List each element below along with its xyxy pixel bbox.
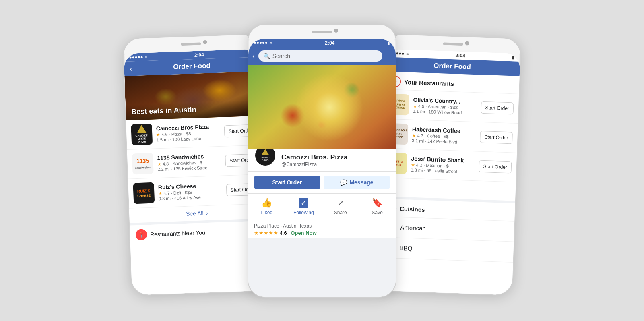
dot3 <box>135 56 137 58</box>
share-action[interactable]: ↗ Share <box>322 194 359 219</box>
following-label: Following <box>293 210 314 215</box>
phone-right: ≈ 2:04 ▮ ‹ Order Food ♥ Your Restaurants <box>376 33 522 296</box>
rating-value: 4.6 <box>280 230 287 236</box>
camozzi-distance: 1.5 mi <box>157 137 169 142</box>
nearby-text: Restaurants Near You <box>150 229 205 238</box>
distance-haberdash: 3.1 mi <box>412 138 424 143</box>
camozzi-rating: 4.6 <box>161 132 168 137</box>
camozzi-stars: ★ <box>156 132 160 137</box>
restaurant-list-left: CAMOZZIBROSPIZZA Camozzi Bros Pizza ★ 4.… <box>126 116 268 296</box>
following-action[interactable]: ✓ Following <box>285 194 322 219</box>
dot5 <box>140 56 142 58</box>
nav-title-left: Order Food <box>173 62 211 71</box>
signal-dots-center: ≈ <box>254 41 272 45</box>
share-icon: ↗ <box>337 198 344 208</box>
restaurant-item-joss: BURRITOSHACK Joss' Burrito Shack ★ 4.2 ·… <box>381 148 517 182</box>
profile-handle: @CamozziPizza <box>281 162 347 167</box>
dot2 <box>132 56 134 58</box>
more-button-center[interactable]: ··· <box>386 52 392 60</box>
status-right-right: ▮ <box>512 55 514 59</box>
stars-ruizs: ★ <box>158 191 162 195</box>
liked-action[interactable]: 👍 Liked <box>248 194 285 219</box>
bbq-label: BBQ <box>399 244 412 251</box>
info-haberdash: Haberdash Coffee ★ 4.7 · Coffee · $$ 3.1… <box>412 126 476 145</box>
back-button-center[interactable]: ‹ <box>252 51 255 60</box>
phone-inner-right: ≈ 2:04 ▮ ‹ Order Food ♥ Your Restaurants <box>376 49 520 296</box>
start-order-olivias[interactable]: Start Order <box>481 101 514 114</box>
search-nav-center: ‹ 🔍 Search ··· <box>248 47 396 65</box>
start-order-center[interactable]: Start Order <box>254 176 320 189</box>
phone-top-bar-center <box>248 25 396 39</box>
price-1135: $ <box>200 160 203 165</box>
info-ruizs: Ruiz's Cheese ★ 4.7 · Deli · $$$ 0.8 mi … <box>158 182 223 201</box>
rating-1135: 4.8 <box>163 161 169 166</box>
screen-right: ♥ Your Restaurants OLIVIA'SCOUNTRYCOOKIN… <box>376 71 520 296</box>
rating-joss: 4.2 <box>416 162 423 168</box>
dot1 <box>130 56 132 58</box>
rating-haberdash: 4.7 <box>417 133 423 138</box>
restaurant-item-olivias: OLIVIA'SCOUNTRYCOOKING Olivia's Country.… <box>383 89 519 124</box>
price-joss: $ <box>446 163 449 168</box>
search-placeholder-center: Search <box>272 53 290 59</box>
start-order-haberdash[interactable]: Start Order <box>480 130 513 144</box>
info-olivias: Olivia's Country... ★ 4.9 · American · $… <box>413 96 477 116</box>
info-1135: 1135 Sandwiches ★ 4.8 · Sandwiches · $ 2… <box>157 152 221 172</box>
phone-inner-left: ≈ 2:04 ▮ ‹ Order Food Best eats in Austi… <box>124 49 268 296</box>
price-ruizs: $$$ <box>185 190 192 195</box>
rating-olivias: 4.9 <box>418 104 425 109</box>
message-center[interactable]: 💬 Message <box>324 176 390 189</box>
category-joss: Mexican <box>426 163 442 168</box>
distance-joss: 1.8 mi <box>411 167 423 172</box>
price-haberdash: $$ <box>444 134 449 139</box>
see-all-arrow: › <box>206 209 208 216</box>
search-box-center[interactable]: 🔍 Search <box>258 50 382 62</box>
speaker-left <box>181 42 201 46</box>
screen-center: CAMOZZIBROS Camozzi Bros. Pizza @Camozzi… <box>248 65 396 298</box>
action-buttons: Start Order 💬 Message <box>248 172 396 194</box>
price-olivias: $$$ <box>450 105 458 110</box>
hero-banner-left: Best eats in Austin <box>124 71 261 120</box>
camera-right <box>465 41 469 45</box>
battery-center: ▮ <box>388 41 390 45</box>
liked-icon: 👍 <box>261 198 272 208</box>
category-ruizs: Deli <box>173 190 181 195</box>
american-label: American <box>400 224 426 231</box>
address-olivias: 180 Willow Road <box>429 109 462 115</box>
save-icon: 🔖 <box>372 198 383 208</box>
open-now: Open Now <box>291 230 316 236</box>
save-label: Save <box>372 210 383 215</box>
category-olivias: American <box>428 104 447 110</box>
restaurant-item-1135: 1135sandwiches 1135 Sandwiches ★ 4.8 · S… <box>127 145 263 179</box>
dot4 <box>138 56 140 58</box>
wifi-icon-left: ≈ <box>145 54 147 59</box>
camozzi-address: 100 Lazy Lane <box>172 136 202 142</box>
speaker-right <box>443 42 463 46</box>
liked-label: Liked <box>261 210 272 215</box>
messenger-icon: 💬 <box>340 179 347 186</box>
profile-details: Camozzi Bros. Pizza @CamozziPizza <box>281 153 347 167</box>
address-joss: 56 Leslie Street <box>426 168 457 174</box>
save-action[interactable]: 🔖 Save <box>359 194 396 219</box>
status-time-center: 2:04 <box>325 40 334 46</box>
speaker-center <box>312 31 332 33</box>
pizza-hero <box>248 65 396 149</box>
your-restaurant-list: OLIVIA'SCOUNTRYCOOKING Olivia's Country.… <box>380 89 519 201</box>
status-bar-center: ≈ 2:04 ▮ <box>248 39 396 47</box>
profile-name: Camozzi Bros. Pizza <box>281 153 347 162</box>
stars-haberdash: ★ <box>412 133 416 137</box>
see-all-text: See All <box>186 210 204 217</box>
back-button-left[interactable]: ‹ <box>130 64 132 73</box>
avatar-triangle <box>261 149 269 155</box>
start-order-joss[interactable]: Start Order <box>479 160 512 173</box>
camozzi-triangle <box>136 125 147 133</box>
hero-text-left: Best eats in Austin <box>131 105 196 116</box>
restaurant-item-camozzi: CAMOZZIBROSPIZZA Camozzi Bros Pizza ★ 4.… <box>126 116 262 150</box>
status-right-center: ▮ <box>388 41 390 45</box>
address-ruizs: 416 Alley Ave <box>174 195 201 200</box>
camozzi-category: Pizza <box>171 131 182 137</box>
camozzi-info: Camozzi Bros Pizza ★ 4.6 · Pizza · $$ 1.… <box>156 123 221 142</box>
restaurant-item-ruizs: RUIZ'SCHEESE Ruiz's Cheese ★ 4.7 · Deli … <box>128 174 264 209</box>
status-time-right: 2:04 <box>455 52 465 58</box>
logo-camozzi-left: CAMOZZIBROSPIZZA <box>131 123 153 145</box>
your-restaurants-label: Your Restaurants <box>404 78 454 87</box>
